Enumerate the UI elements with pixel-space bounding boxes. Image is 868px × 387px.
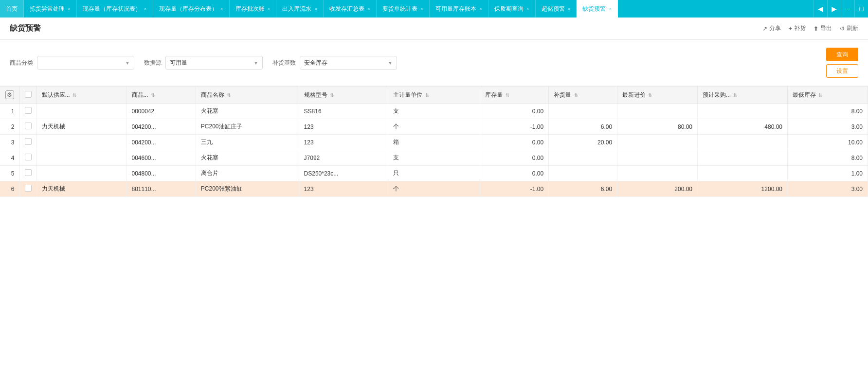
row-estimated-purchase	[698, 166, 788, 181]
tab-overstock-warning[interactable]: 超储预警 ×	[536, 0, 577, 18]
datasource-dropdown-arrow: ▼	[253, 60, 258, 66]
col-header-settings: ⚙	[0, 87, 19, 104]
table-row: 3 004200... 三九 123 箱 0.00 20.00 10.00	[0, 135, 868, 150]
sort-icon-spec: ⇅	[330, 92, 334, 98]
settings-button[interactable]: 设置	[826, 64, 858, 78]
row-product-name: PC200张紧油缸	[196, 181, 299, 197]
row-min-stock: 8.00	[788, 104, 868, 119]
refresh-icon: ↺	[840, 25, 845, 32]
column-settings-icon[interactable]: ⚙	[5, 90, 14, 99]
table-row: 6 力天机械 801110... PC200张紧油缸 123 个 -1.00 6…	[0, 181, 868, 197]
replenish-select[interactable]: 安全库存 ▼	[300, 56, 397, 70]
row-checkbox[interactable]	[25, 107, 32, 114]
category-select[interactable]: ▼	[37, 56, 134, 70]
row-product-code: 004200...	[127, 135, 196, 150]
row-stock: 0.00	[480, 135, 549, 150]
share-button[interactable]: ↗ 分享	[762, 24, 781, 33]
tab-receive-summary[interactable]: 收发存汇总表 ×	[324, 0, 377, 18]
close-tab-2[interactable]: ×	[144, 6, 147, 12]
refresh-button[interactable]: ↺ 刷新	[840, 24, 858, 33]
tab-shortage-warning[interactable]: 缺货预警 ×	[577, 0, 618, 18]
query-button[interactable]: 查询	[826, 48, 858, 61]
share-icon: ↗	[762, 25, 767, 32]
replenish-dropdown-arrow: ▼	[388, 60, 393, 66]
filter-actions: 查询 设置	[826, 48, 858, 78]
table-row: 5 004800... 离合片 DS250*23c... 只 0.00 1.00	[0, 166, 868, 181]
row-unit: 个	[388, 181, 480, 197]
nav-controls: ◀ ▶ ─ □	[814, 0, 868, 18]
row-stock: -1.00	[480, 119, 549, 135]
row-checkbox[interactable]	[25, 138, 32, 145]
nav-prev-button[interactable]: ◀	[814, 0, 827, 18]
close-tab-11[interactable]: ×	[609, 6, 612, 12]
row-unit: 个	[388, 119, 480, 135]
row-estimated-purchase: 1200.00	[698, 181, 788, 197]
row-checkbox-cell	[19, 150, 36, 166]
tab-home[interactable]: 首页	[0, 0, 24, 18]
row-checkbox-cell	[19, 104, 36, 119]
row-checkbox[interactable]	[25, 154, 32, 160]
row-product-code: 004800...	[127, 166, 196, 181]
col-header-estimated-purchase: 预计采购... ⇅	[698, 87, 788, 104]
row-spec: 123	[299, 181, 388, 197]
row-unit: 支	[388, 150, 480, 166]
datasource-select-value: 可用量	[170, 59, 187, 67]
nav-minimize-button[interactable]: ─	[841, 0, 854, 18]
row-checkbox[interactable]	[25, 185, 32, 192]
row-product-code: 004600...	[127, 150, 196, 166]
category-label: 商品分类	[10, 59, 33, 67]
table-row: 2 力天机械 004200... PC200油缸庄子 123 个 -1.00 6…	[0, 119, 868, 135]
nav-next-button[interactable]: ▶	[827, 0, 841, 18]
table-body: 1 0000042 火花塞 SS816 支 0.00 8.00 2 力天机械 0…	[0, 104, 868, 197]
filter-area: 商品分类 ▼ 数据源 可用量 ▼ 补货基数 安全库存 ▼	[0, 40, 868, 86]
tab-order-stats[interactable]: 要货单统计表 ×	[377, 0, 430, 18]
tab-current-stock-dist[interactable]: 现存量（库存分布表） ×	[153, 0, 230, 18]
tab-available-ledger[interactable]: 可用量库存账本 ×	[430, 0, 488, 18]
close-tab-7[interactable]: ×	[420, 6, 423, 12]
row-stock: -1.00	[480, 181, 549, 197]
close-tab-3[interactable]: ×	[220, 6, 223, 12]
row-stock: 0.00	[480, 104, 549, 119]
row-product-name: 三九	[196, 135, 299, 150]
tab-batch-account[interactable]: 库存批次账 ×	[230, 0, 277, 18]
sort-icon-estimated-purchase: ⇅	[733, 92, 737, 98]
datasource-filter-group: 数据源 可用量 ▼	[144, 56, 263, 70]
tab-current-stock-status[interactable]: 现存量（库存状况表） ×	[77, 0, 153, 18]
close-tab-6[interactable]: ×	[367, 6, 370, 12]
col-header-spec: 规格型号 ⇅	[299, 87, 388, 104]
close-tab-8[interactable]: ×	[479, 6, 482, 12]
select-all-checkbox[interactable]	[25, 91, 32, 98]
close-tab-1[interactable]: ×	[68, 6, 71, 12]
shortage-warning-table: ⚙ 默认供应... ⇅ 商品... ⇅	[0, 86, 868, 197]
row-index: 2	[0, 119, 19, 135]
tab-inout-flow[interactable]: 出入库流水 ×	[276, 0, 324, 18]
export-button[interactable]: ⬆ 导出	[814, 24, 832, 33]
row-replenish-qty: 20.00	[549, 135, 617, 150]
row-checkbox[interactable]	[25, 169, 32, 176]
close-tab-10[interactable]: ×	[568, 6, 571, 12]
sort-icon-min-stock: ⇅	[818, 92, 822, 98]
row-unit: 支	[388, 104, 480, 119]
row-estimated-purchase: 480.00	[698, 119, 788, 135]
row-product-name: 离合片	[196, 166, 299, 181]
row-latest-price: 80.00	[617, 119, 698, 135]
row-min-stock: 1.00	[788, 166, 868, 181]
nav-maximize-button[interactable]: □	[854, 0, 868, 18]
row-stock: 0.00	[480, 150, 549, 166]
row-spec: J7092	[299, 150, 388, 166]
row-latest-price	[617, 104, 698, 119]
close-tab-9[interactable]: ×	[526, 6, 529, 12]
tab-expiry-query[interactable]: 保质期查询 ×	[488, 0, 536, 18]
row-default-supplier: 力天机械	[36, 181, 127, 197]
sort-icon-product-code: ⇅	[151, 92, 155, 98]
datasource-select[interactable]: 可用量 ▼	[165, 56, 263, 70]
row-default-supplier	[36, 104, 127, 119]
table-header-row: ⚙ 默认供应... ⇅ 商品... ⇅	[0, 87, 868, 104]
row-product-name: 火花塞	[196, 150, 299, 166]
tab-picking-exception[interactable]: 拣货异常处理 ×	[24, 0, 77, 18]
row-unit: 只	[388, 166, 480, 181]
close-tab-4[interactable]: ×	[268, 6, 271, 12]
close-tab-5[interactable]: ×	[314, 6, 317, 12]
row-checkbox[interactable]	[25, 123, 32, 129]
replenish-button[interactable]: + 补货	[789, 24, 806, 33]
